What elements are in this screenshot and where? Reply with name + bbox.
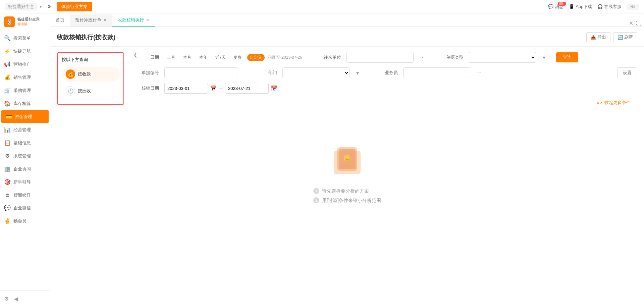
logo-subtitle: 标准版 <box>17 22 40 27</box>
sidebar-label-inventory: 库存核算 <box>13 101 31 107</box>
message-icon: 💬 <box>548 4 553 9</box>
verify-date-start-input[interactable] <box>164 83 208 94</box>
gear-icon[interactable]: ⚙ <box>45 2 54 11</box>
verify-date-end-input[interactable] <box>225 83 269 94</box>
doc-no-input[interactable] <box>164 67 238 78</box>
collapse-more-btn[interactable]: ∧∧ 收起更多条件 <box>139 98 637 108</box>
tab-home[interactable]: 首页 <box>50 14 70 27</box>
sales-icon: 💰 <box>4 74 11 81</box>
tab-prepay-label: 预付冲应付单 <box>75 17 101 23</box>
dept-more-icon[interactable]: ▾ <box>356 70 359 76</box>
collapse-filter-btn[interactable]: ❮ <box>132 52 139 57</box>
sidebar-item-purchase[interactable]: 🛒 采购管理 <box>0 84 50 97</box>
sidebar-item-hardware[interactable]: 🖥 智能硬件 <box>0 189 50 201</box>
tab-prepay[interactable]: 预付冲应付单 ✕ <box>70 14 112 27</box>
collapse-sidebar-icon[interactable]: ◀ <box>14 296 18 302</box>
online-service-button[interactable]: 🎧 在线客服 <box>597 4 622 10</box>
empty-tip-1: 1 请先选择要分析的方案 <box>313 186 381 196</box>
verify-date-end-cal-icon[interactable]: 📅 <box>271 85 277 92</box>
filter-option-by-receipt[interactable]: 💰 按收款 <box>62 67 119 82</box>
refresh-button[interactable]: 🔄 刷新 <box>613 32 637 42</box>
filter-option-receivable-label: 按应收 <box>78 88 91 94</box>
sidebar-item-sales[interactable]: 💰 销售管理 <box>0 71 50 84</box>
trade-unit-input[interactable] <box>346 52 414 63</box>
tip-text-1: 请先选择要分析的方案 <box>322 186 369 196</box>
date-prev-month[interactable]: 上月 <box>164 54 178 61</box>
maximize-icon[interactable]: ⛶ <box>636 20 641 27</box>
tip-num-1: 1 <box>313 188 319 194</box>
filter-option-by-receivable[interactable]: 🕐 按应收 <box>62 84 119 98</box>
doc-type-more-icon[interactable]: ▾ <box>543 54 545 61</box>
sidebar-item-enterprise[interactable]: 🏢 企业协同 <box>0 162 50 175</box>
message-badge: 99+ <box>558 2 566 6</box>
sidebar-item-search[interactable]: 🔍 搜索菜单 <box>0 32 50 45</box>
dropdown-icon[interactable]: ▾ <box>40 4 42 9</box>
beginner-icon: 🎯 <box>4 179 11 185</box>
sidebar-item-marketing[interactable]: 📢 营销推广 <box>0 58 50 71</box>
sidebar-label-marketing: 营销推广 <box>13 61 31 67</box>
sidebar-label-finance: 资金管理 <box>15 114 32 120</box>
sidebar-label-search: 搜索菜单 <box>13 35 31 41</box>
app-download-button[interactable]: 📱 App下载 <box>569 4 592 10</box>
settings-icon[interactable]: ⚙ <box>4 296 9 302</box>
sidebar-item-quick-nav[interactable]: ⚡ 快捷导航 <box>0 45 50 58</box>
export-button[interactable]: 📤 导出 <box>586 32 610 42</box>
doc-type-select[interactable] <box>469 52 536 63</box>
close-tab-icon[interactable]: ✕ <box>629 20 633 27</box>
tab-collection-close[interactable]: ✕ <box>146 18 149 22</box>
sidebar-item-member[interactable]: ✌ 畅会员 <box>0 214 50 227</box>
tab-collection[interactable]: 收款核销执行 ✕ <box>112 14 155 27</box>
collapse-more-label: 收起更多条件 <box>604 100 631 106</box>
date-range-text: 不限 至 2023-07-26 <box>267 55 302 60</box>
date-filter-group: 上月 本月 本年 近7天 更多 自定义 不限 至 2023-07-26 <box>164 54 302 61</box>
app-label: App下载 <box>576 4 592 10</box>
sidebar-item-base-info[interactable]: 📋 基础信息 <box>0 136 50 149</box>
date-this-year[interactable]: 本年 <box>197 54 210 61</box>
base-info-icon: 📋 <box>4 140 11 146</box>
tab-bar: 首页 预付冲应付单 ✕ 收款核销执行 ✕ ✕ ⛶ <box>50 13 644 27</box>
settings-button[interactable]: 设置 <box>617 67 637 78</box>
logo-text-group: 畅捷通好生意 标准版 <box>17 17 40 26</box>
page-actions: 📤 导出 🔄 刷新 <box>586 32 637 42</box>
sidebar-label-hardware: 智能硬件 <box>13 192 31 198</box>
purchase-icon: 🛒 <box>4 87 11 94</box>
verify-date-start-cal-icon[interactable]: 📅 <box>210 85 217 92</box>
date-more[interactable]: 更多 <box>231 54 245 61</box>
sidebar-nav: 🔍 搜索菜单 ⚡ 快捷导航 📢 营销推广 💰 销售管理 🛒 采购管理 🏠 <box>0 30 50 290</box>
date-label: 日期 <box>139 54 159 60</box>
sidebar-bottom: ⚙ ◀ <box>0 290 50 307</box>
tab-prepay-close[interactable]: ✕ <box>103 18 107 22</box>
top-bar-right: 💬 消息 99+ 📱 App下载 🎧 在线客服 Rit <box>548 4 639 10</box>
sidebar-item-finance[interactable]: 💳 资金管理 <box>1 110 49 123</box>
sidebar-item-sys-mgmt[interactable]: ⚙ 系统管理 <box>0 149 50 162</box>
query-button[interactable]: 查询 <box>556 52 578 62</box>
service-label: 在线客服 <box>604 4 622 10</box>
page-content: 收款核销执行(按收款) 📤 导出 🔄 刷新 <box>50 27 644 307</box>
salesperson-input[interactable] <box>403 67 470 78</box>
dept-select[interactable] <box>282 67 350 78</box>
solution-button[interactable]: 体验行业方案 <box>57 2 92 11</box>
salesperson-more-icon[interactable]: ··· <box>477 70 481 76</box>
doc-no-label: 单据编号 <box>139 70 159 76</box>
trade-unit-more-icon[interactable]: ··· <box>420 54 425 60</box>
salesperson-label: 业务员 <box>378 70 398 76</box>
trade-unit-label: 往来单位 <box>321 54 341 60</box>
svg-text:😐: 😐 <box>344 156 351 161</box>
main-layout: 🐰 畅捷通好生意 标准版 🔍 搜索菜单 ⚡ 快捷导航 📢 营销推广 💰 <box>0 13 644 307</box>
user-name[interactable]: Rit <box>627 4 639 10</box>
date-last-7-days[interactable]: 近7天 <box>213 54 228 61</box>
sidebar-item-wechat[interactable]: 💬 企业微信 <box>0 201 50 214</box>
page-title: 收款核销执行(按收款) <box>57 33 115 41</box>
sidebar-item-operations[interactable]: 📊 经营管理 <box>0 123 50 136</box>
page-inner: 收款核销执行(按收款) 📤 导出 🔄 刷新 <box>50 27 644 307</box>
date-custom-badge[interactable]: 自定义 <box>247 54 265 61</box>
verify-date-label: 核销日期 <box>139 85 159 91</box>
top-bar-left: 畅捷通好生意 ▾ ⚙ 体验行业方案 <box>5 2 548 11</box>
date-this-month[interactable]: 本月 <box>180 54 194 61</box>
filter-type-sidebar: 按以下方查询 💰 按收款 🕐 按应收 <box>57 52 124 105</box>
message-button[interactable]: 💬 消息 99+ <box>548 4 564 10</box>
hardware-icon: 🖥 <box>4 192 11 198</box>
sidebar-item-beginner[interactable]: 🎯 新手引导 <box>0 175 50 189</box>
empty-state: 😐 1 请先选择要分析的方案 2 用[过滤]条件来缩小分析范围 <box>50 114 644 232</box>
sidebar-item-inventory[interactable]: 🏠 库存核算 <box>0 97 50 110</box>
